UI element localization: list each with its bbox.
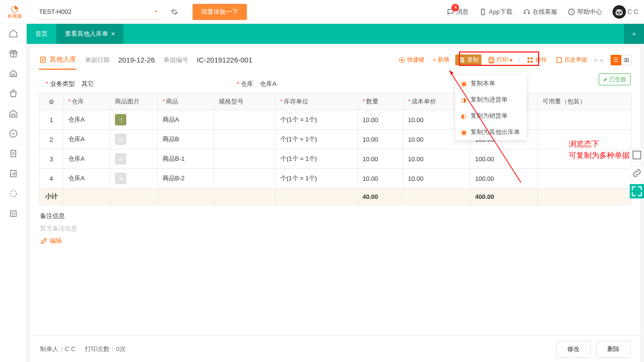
nav-prev[interactable]: ◂ xyxy=(593,56,597,63)
history-button[interactable]: 历史单据 xyxy=(553,54,590,65)
copy-doc-icon: ▣ xyxy=(461,80,468,87)
svg-text:?: ? xyxy=(570,10,572,14)
col-img: 商品图片 xyxy=(110,93,158,110)
inbound-icon xyxy=(39,56,47,63)
logo-text: 标准版 xyxy=(8,13,22,20)
sidebar: ¥ 新 xyxy=(0,24,27,362)
annotation-text: 浏览态下 可复制为多种单据 xyxy=(569,138,630,161)
copy-purchase[interactable]: ◑复制为进货单 xyxy=(455,92,527,108)
rail-link[interactable] xyxy=(630,166,644,180)
wh-label: * 仓库 xyxy=(237,80,254,88)
user-menu[interactable]: 🐼 C C xyxy=(613,5,638,19)
bag-icon[interactable] xyxy=(9,89,18,98)
product-thumb: ◔ xyxy=(115,173,126,184)
new-icon[interactable]: 新 xyxy=(9,209,18,218)
table-row[interactable]: 2 仓库A ◔ 商品B 个(1个 = 1个) 10.00 10.00 100.0… xyxy=(40,130,632,149)
date-label: 单据日期 xyxy=(85,56,110,64)
gear-small-icon xyxy=(398,56,406,64)
col-gear[interactable]: ⚙ xyxy=(40,93,63,110)
print-count-info: 打印次数：0次 xyxy=(85,345,125,353)
annotation-box xyxy=(459,52,539,66)
shortcut-button[interactable]: 快捷键 xyxy=(396,54,427,65)
product-thumb: ◔ xyxy=(115,134,126,145)
add-button[interactable]: +新增 xyxy=(430,54,451,65)
svg-rect-21 xyxy=(557,57,561,62)
no-value: IC-20191226-001 xyxy=(197,56,253,64)
biz-type-label: * 业务类型 xyxy=(46,80,75,88)
sales-icon: ◐ xyxy=(461,113,468,119)
nav-next[interactable]: ▸ xyxy=(601,56,604,63)
message-badge: 4 xyxy=(451,4,459,11)
org-select[interactable]: TEST-H002 xyxy=(37,4,161,20)
table-row[interactable]: 1 仓库A 🍴 商品A 个(1个 = 1个) 10.00 10.00 100.0… xyxy=(40,110,632,130)
logo[interactable]: ◔ 标准版 xyxy=(6,4,24,20)
subtotal-row: 小计 40.00400.00 xyxy=(40,188,632,205)
svg-rect-0 xyxy=(481,9,485,15)
doc-type-tab[interactable]: 其他入库 xyxy=(39,55,76,70)
doc-type-label: 其他入库 xyxy=(50,55,76,64)
gift-icon[interactable] xyxy=(9,49,18,58)
app-download-label: App下载 xyxy=(489,8,512,16)
app-download-link[interactable]: App下载 xyxy=(479,8,512,16)
help-label: 帮助中心 xyxy=(577,8,602,16)
rail-note[interactable] xyxy=(630,148,644,162)
status-badge: ✔ 已生效 xyxy=(599,73,631,85)
money-icon[interactable]: ¥ xyxy=(9,129,18,138)
creator-info: 制单人：C C xyxy=(40,345,75,353)
copy-dropdown: ▣复制本单 ◑复制为进货单 ◐复制为销货单 ▣复制为其他出库单 xyxy=(455,75,527,140)
cycle-icon[interactable] xyxy=(9,189,18,198)
view-list[interactable]: ☰ xyxy=(611,55,621,65)
delete-button[interactable]: 删除 xyxy=(596,341,631,358)
home-icon[interactable] xyxy=(9,29,18,38)
edit-remark-button[interactable]: 编辑 xyxy=(40,237,631,245)
col-unit: *库存单位 xyxy=(276,93,358,110)
col-spec: 规格型号 xyxy=(214,93,276,110)
avatar: 🐼 xyxy=(613,5,626,19)
copy-self[interactable]: ▣复制本单 xyxy=(455,75,527,92)
trial-button[interactable]: 我要体验一下 xyxy=(193,4,247,20)
headset-icon xyxy=(523,8,531,16)
col-qty: *数量 xyxy=(358,93,403,110)
check-icon: ✔ xyxy=(603,76,608,83)
phone-icon xyxy=(479,8,487,16)
plus-icon: + xyxy=(433,57,436,63)
remark-title: 备注信息 xyxy=(40,212,631,220)
modify-button[interactable]: 修改 xyxy=(556,341,591,358)
tab-home[interactable]: 首页 xyxy=(27,24,56,44)
no-label: 单据编号 xyxy=(164,56,188,64)
svg-text:新: 新 xyxy=(11,212,15,216)
copy-outbound[interactable]: ▣复制为其他出库单 xyxy=(455,124,527,140)
house-icon[interactable] xyxy=(9,69,18,78)
col-prod: *商品 xyxy=(158,93,214,110)
help-link[interactable]: ? 帮助中心 xyxy=(568,8,602,16)
edit-icon xyxy=(40,237,48,245)
outbound-icon: ▣ xyxy=(461,129,468,135)
tab-current[interactable]: 查看其他入库单 × xyxy=(56,24,123,44)
wh-value: 仓库A xyxy=(260,80,276,88)
logo-icon: ◔ xyxy=(11,4,19,13)
report-icon[interactable] xyxy=(9,169,18,178)
date-value: 2019-12-26 xyxy=(118,56,155,64)
col-avail: 可用量（包装） xyxy=(537,93,631,110)
help-icon: ? xyxy=(568,8,575,16)
copy-sales[interactable]: ◐复制为销货单 xyxy=(455,108,527,124)
items-table: ⚙ *仓库 商品图片 *商品 规格型号 *库存单位 *数量 *成本单价 *成本金… xyxy=(39,93,632,205)
clipboard-icon[interactable] xyxy=(9,149,18,158)
svg-text:¥: ¥ xyxy=(11,131,15,136)
service-link[interactable]: 在线客服 xyxy=(523,8,557,16)
warehouse-icon[interactable] xyxy=(9,109,18,118)
messages-link[interactable]: 消息 4 xyxy=(447,8,469,16)
close-icon[interactable]: × xyxy=(111,30,115,38)
table-row[interactable]: 4 仓库A ◔ 商品B-2 个(1个 = 1个) 10.00 10.00 100… xyxy=(40,169,632,188)
close-all-tabs[interactable]: × xyxy=(624,24,644,44)
table-row[interactable]: 3 仓库A ◔ 商品B-1 个(1个 = 1个) 10.00 10.00 100… xyxy=(40,149,632,169)
rail-expand[interactable] xyxy=(630,184,644,198)
org-name: TEST-H002 xyxy=(39,8,72,15)
gear-icon[interactable] xyxy=(171,8,178,16)
col-wh: *仓库 xyxy=(63,93,110,110)
product-thumb: ◔ xyxy=(115,153,126,165)
purchase-icon: ◑ xyxy=(461,96,468,103)
svg-rect-22 xyxy=(633,151,641,159)
remark-empty: 暂无备注信息 xyxy=(40,224,631,233)
view-grid[interactable]: ⊞ xyxy=(621,55,632,65)
